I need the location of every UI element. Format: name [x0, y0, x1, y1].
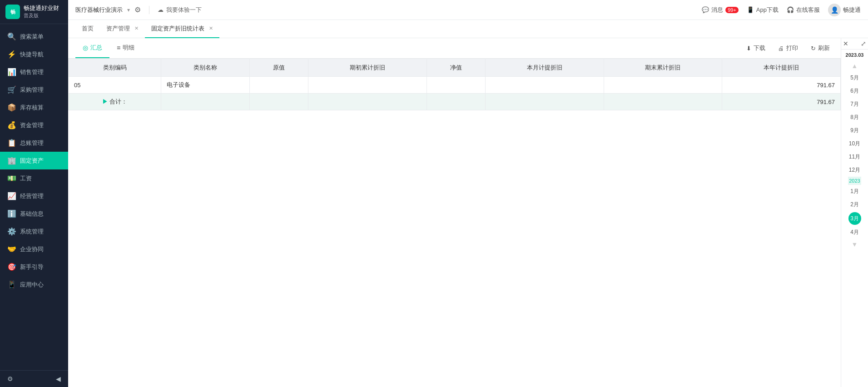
month-10[interactable]: 10月 [841, 137, 868, 150]
detail-icon: ≡ [117, 44, 120, 51]
month-9[interactable]: 9月 [841, 124, 868, 137]
sidebar-label-search: 搜索菜单 [20, 33, 44, 41]
month-11[interactable]: 11月 [841, 150, 868, 164]
sidebar-title: 畅捷通好业财 [24, 5, 59, 12]
sidebar-item-sales[interactable]: 📊销售管理 [0, 63, 68, 81]
download-icon: ⬇ [746, 45, 751, 52]
app-download-icon: 📱 [747, 6, 754, 13]
main-content: 医疗器械行业演示 ▾ ⚙ ☁ 我要体验一下 💬 消息 99+ 📱 App下载 🎧… [68, 0, 868, 387]
month-6[interactable]: 6月 [841, 84, 868, 98]
print-button[interactable]: 🖨 打印 [774, 42, 802, 54]
messages-action[interactable]: 💬 消息 99+ [702, 6, 739, 14]
tabs-bar: 首页 资产管理 ✕ 固定资产折旧统计表 ✕ [68, 20, 868, 38]
company-dropdown-icon[interactable]: ▾ [127, 7, 130, 13]
download-label: 下载 [754, 44, 765, 52]
panel-expand-button[interactable]: ⤢ [861, 40, 866, 47]
sidebar-item-quicknav[interactable]: ⚡快捷导航 [0, 45, 68, 63]
right-panel-header: ✕ ⤢ [841, 38, 868, 50]
inventory-icon: 📦 [7, 103, 15, 112]
panel-up-arrow[interactable]: ▲ [850, 60, 860, 71]
total-expand-icon[interactable]: ▶ [102, 98, 108, 105]
year-2023-header[interactable]: 2023 [848, 177, 861, 185]
cell-original [249, 77, 308, 94]
sidebar-label-inventory: 库存核算 [20, 104, 44, 112]
apps-icon: 📱 [7, 280, 15, 289]
month-1[interactable]: 1月 [841, 185, 868, 198]
collapse-sidebar-button[interactable]: ◀ [56, 375, 61, 382]
month-3-container: 3月 [848, 211, 861, 226]
sub-tab-summary[interactable]: ◎ 汇总 [75, 38, 109, 58]
company-name: 医疗器械行业演示 [75, 6, 123, 14]
sidebar-item-guide[interactable]: 🎯新手引导 [0, 258, 68, 276]
collab-icon: 🤝 [7, 245, 15, 253]
sidebar-item-basic[interactable]: ℹ️基础信息 [0, 205, 68, 223]
experience-button[interactable]: ☁ 我要体验一下 [158, 6, 202, 14]
tab-home[interactable]: 首页 [75, 20, 100, 38]
sidebar-label-basic: 基础信息 [20, 210, 44, 218]
sidebar-footer: ⚙ ◀ [0, 370, 68, 387]
total-label: 合计： [109, 98, 127, 105]
cell-code: 05 [69, 77, 161, 94]
sidebar-item-purchase[interactable]: 🛒采购管理 [0, 81, 68, 99]
topbar: 医疗器械行业演示 ▾ ⚙ ☁ 我要体验一下 💬 消息 99+ 📱 App下载 🎧… [68, 0, 868, 20]
download-button[interactable]: ⬇ 下载 [743, 42, 769, 54]
tab-depreciation[interactable]: 固定资产折旧统计表 ✕ [145, 20, 219, 38]
sidebar-item-search[interactable]: 🔍搜索菜单 [0, 28, 68, 45]
panel-down-arrow[interactable]: ▼ [850, 239, 860, 250]
user-name-label: 畅捷通 [843, 6, 861, 14]
user-action[interactable]: 👤 畅捷通 [828, 4, 861, 16]
col-original: 原值 [249, 59, 308, 77]
month-2[interactable]: 2月 [841, 198, 868, 211]
support-action[interactable]: 🎧 在线客服 [787, 6, 820, 14]
month-3[interactable]: 3月 [848, 212, 861, 225]
month-12[interactable]: 12月 [841, 164, 868, 177]
sidebar-label-quicknav: 快捷导航 [20, 50, 44, 59]
tab-depreciation-close-icon[interactable]: ✕ [209, 25, 213, 31]
print-icon: 🖨 [778, 45, 784, 52]
sidebar-item-system[interactable]: ⚙️系统管理 [0, 223, 68, 240]
messages-icon: 💬 [702, 6, 709, 13]
col-current-month: 本月计提折旧 [485, 59, 604, 77]
sidebar-item-finance[interactable]: 💰资金管理 [0, 116, 68, 134]
sidebar-item-inventory[interactable]: 📦库存核算 [0, 99, 68, 116]
sub-tabs-toolbar-row: ◎ 汇总 ≡ 明细 ⬇ 下载 🖨 打印 [68, 38, 841, 59]
sidebar-item-ledger[interactable]: 📋总账管理 [0, 134, 68, 152]
sidebar-label-apps: 应用中心 [20, 281, 44, 289]
operations-icon: 📈 [7, 192, 15, 200]
total-label-cell: ▶ 合计： [69, 94, 161, 110]
search-icon: 🔍 [7, 32, 15, 41]
sidebar-item-operations[interactable]: 📈经营管理 [0, 187, 68, 205]
system-icon: ⚙️ [7, 227, 15, 236]
month-4[interactable]: 4月 [841, 226, 868, 239]
purchase-icon: 🛒 [7, 85, 15, 94]
table-header-row: 类别编码 类别名称 原值 期初累计折旧 净值 本月计提折旧 期末累计折旧 本年计… [69, 59, 841, 77]
month-8[interactable]: 8月 [841, 111, 868, 124]
col-net: 净值 [427, 59, 485, 77]
month-5[interactable]: 5月 [841, 71, 868, 84]
tab-assets-mgmt[interactable]: 资产管理 ✕ [100, 20, 145, 38]
sidebar-item-collab[interactable]: 🤝企业协同 [0, 240, 68, 258]
divider [149, 6, 149, 14]
sidebar-item-payroll[interactable]: 💵工资 [0, 169, 68, 187]
panel-close-button[interactable]: ✕ [843, 40, 848, 47]
sidebar-label-guide: 新手引导 [20, 263, 44, 271]
refresh-icon: ↻ [811, 45, 816, 52]
app-download-action[interactable]: 📱 App下载 [747, 6, 779, 14]
sidebar-item-assets[interactable]: 🏢固定资产 [0, 152, 68, 169]
total-current-year: 791.67 [722, 94, 841, 110]
tab-assets-close-icon[interactable]: ✕ [134, 25, 139, 31]
col-code: 类别编码 [69, 59, 161, 77]
refresh-button[interactable]: ↻ 刷新 [807, 42, 833, 54]
tab-assets-label: 资产管理 [106, 25, 130, 33]
month-7[interactable]: 7月 [841, 98, 868, 111]
sub-tab-detail[interactable]: ≡ 明细 [109, 38, 142, 58]
company-settings-icon[interactable]: ⚙ [134, 5, 141, 14]
cell-net [427, 77, 485, 94]
sidebar-label-payroll: 工资 [20, 174, 32, 183]
total-closing-accum [604, 94, 722, 110]
sidebar-item-apps[interactable]: 📱应用中心 [0, 276, 68, 293]
total-opening-accum [308, 94, 427, 110]
settings-footer-icon[interactable]: ⚙ [7, 375, 13, 382]
messages-label: 消息 [711, 6, 723, 14]
sidebar-label-finance: 资金管理 [20, 121, 44, 129]
